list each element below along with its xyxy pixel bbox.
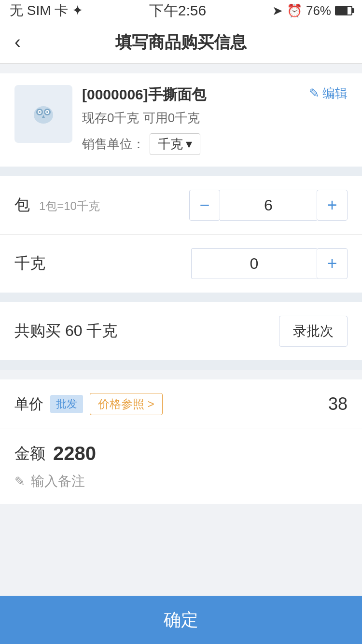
- svg-point-5: [39, 111, 41, 113]
- amount-label: 金额: [14, 443, 45, 464]
- edit-button[interactable]: ✎ 编辑: [309, 85, 348, 102]
- status-bar: 无 SIM 卡 ✦ 下午2:56 ➤ ⏰ 76%: [0, 0, 362, 21]
- note-row[interactable]: ✎ 输入备注: [14, 472, 348, 490]
- edit-label: 编辑: [322, 85, 348, 102]
- status-left: 无 SIM 卡 ✦: [10, 1, 83, 20]
- confirm-button[interactable]: 确定: [0, 596, 362, 644]
- price-label: 单价: [14, 394, 43, 414]
- pack-input[interactable]: [220, 190, 317, 221]
- back-button[interactable]: ‹: [14, 32, 21, 53]
- batch-button[interactable]: 录批次: [279, 316, 348, 347]
- unit-select[interactable]: 千克 ▾: [150, 133, 200, 155]
- pack-number-control: − +: [189, 190, 348, 221]
- price-badge: 批发: [50, 395, 83, 413]
- pack-decrease-button[interactable]: −: [189, 190, 220, 221]
- svg-point-6: [46, 111, 48, 113]
- page-title: 填写商品购买信息: [115, 31, 247, 54]
- input-section: 包 1包=10千克 − + 千克 +: [0, 176, 362, 293]
- pack-sub-label: 1包=10千克: [39, 199, 100, 212]
- summary-text: 共购买 60 千克: [14, 321, 117, 342]
- product-unit-row: 销售单位： 千克 ▾: [82, 133, 348, 155]
- price-value: 38: [328, 394, 348, 414]
- product-info: [0000006]手撕面包 ✎ 编辑 现存0千克 可用0千克 销售单位： 千克 …: [82, 85, 348, 155]
- divider-2: [0, 293, 362, 302]
- dropdown-icon: ▾: [186, 137, 192, 152]
- pack-label: 包 1包=10千克: [14, 195, 189, 216]
- pack-increase-button[interactable]: +: [317, 190, 348, 221]
- pack-row: 包 1包=10千克 − +: [0, 176, 362, 235]
- alarm-icon: ⏰: [287, 3, 302, 18]
- unit-value: 千克: [158, 136, 183, 153]
- product-image: [14, 85, 72, 143]
- battery-icon: [335, 6, 352, 15]
- kg-label: 千克: [14, 253, 191, 274]
- nav-bar: ‹ 填写商品购买信息: [0, 21, 362, 64]
- product-stock: 现存0千克 可用0千克: [82, 110, 348, 126]
- amount-section: 金额 2280 ✎ 输入备注: [0, 429, 362, 504]
- status-time: 下午2:56: [149, 1, 206, 21]
- edit-icon: ✎: [309, 86, 320, 101]
- status-right: ➤ ⏰ 76%: [272, 3, 352, 18]
- pencil-icon: ✎: [14, 474, 25, 489]
- divider-1: [0, 167, 362, 176]
- kg-input[interactable]: [191, 248, 317, 279]
- divider-3: [0, 360, 362, 370]
- price-ref-button[interactable]: 价格参照 >: [90, 393, 163, 415]
- note-placeholder: 输入备注: [31, 472, 85, 490]
- price-row: 单价 批发 价格参照 > 38: [14, 393, 348, 415]
- summary-row: 共购买 60 千克 录批次: [0, 302, 362, 360]
- price-section: 单价 批发 价格参照 > 38: [0, 379, 362, 429]
- kg-row: 千克 +: [0, 235, 362, 293]
- kg-number-control: +: [191, 248, 348, 279]
- battery-level: 76%: [306, 3, 331, 18]
- location-icon: ➤: [272, 3, 283, 18]
- amount-row: 金额 2280: [14, 443, 348, 464]
- sim-signal: 无 SIM 卡 ✦: [10, 1, 83, 20]
- product-card: [0000006]手撕面包 ✎ 编辑 现存0千克 可用0千克 销售单位： 千克 …: [0, 73, 362, 167]
- kg-increase-button[interactable]: +: [317, 248, 348, 279]
- product-name: [0000006]手撕面包: [82, 85, 206, 105]
- amount-value: 2280: [53, 443, 96, 464]
- unit-label: 销售单位：: [82, 136, 145, 153]
- price-left: 单价 批发 价格参照 >: [14, 393, 163, 415]
